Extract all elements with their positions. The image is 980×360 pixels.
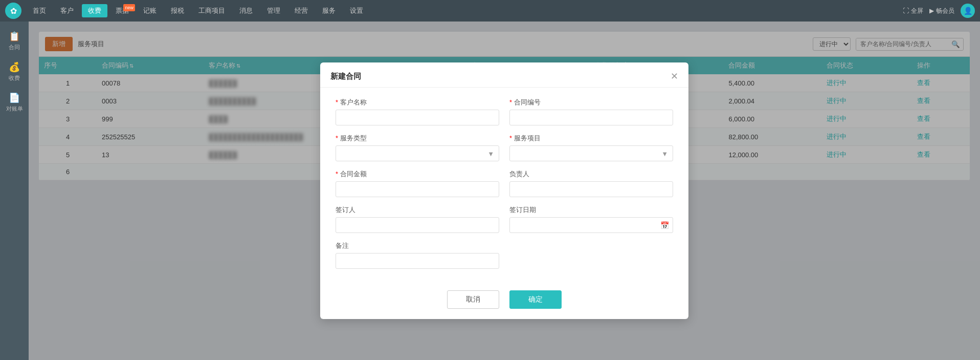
nav-accounting[interactable]: 记账 bbox=[137, 4, 163, 17]
form-row-1: 客户名称 合同编号 bbox=[336, 98, 673, 125]
sign-date-wrapper: 2023-06-06 📅 bbox=[509, 217, 673, 233]
cancel-button[interactable]: 取消 bbox=[447, 290, 499, 309]
service-item-select[interactable] bbox=[509, 145, 673, 161]
contract-no-input[interactable] bbox=[509, 110, 673, 125]
form-group-customer: 客户名称 bbox=[336, 98, 499, 125]
form-group-remark: 备注 bbox=[336, 241, 499, 269]
amount-input[interactable]: 0.00 bbox=[336, 181, 499, 197]
fullscreen-icon: ⛶ bbox=[903, 7, 909, 14]
responsible-input[interactable] bbox=[509, 181, 673, 197]
form-group-signatory: 签订人 bbox=[336, 205, 499, 233]
service-type-select[interactable] bbox=[336, 145, 499, 161]
nav-tax[interactable]: 报税 bbox=[165, 4, 190, 17]
modal-overlay[interactable]: 新建合同 ✕ 客户名称 合同编号 bbox=[29, 22, 980, 360]
confirm-button[interactable]: 确定 bbox=[509, 290, 562, 309]
form-row-2: 服务类型 ▼ 服务项目 ▼ bbox=[336, 134, 673, 161]
sidebar: 📋 合同 💰 收费 📄 对账单 bbox=[0, 22, 29, 360]
signatory-input[interactable] bbox=[336, 217, 499, 233]
top-nav: ✿ 首页 客户 收费 票据 new 记账 报税 工商项目 消息 管理 经营 服务… bbox=[0, 0, 980, 22]
contract-icon: 📋 bbox=[9, 31, 20, 42]
avatar[interactable]: 👤 bbox=[961, 4, 975, 18]
form-group-amount: 合同金额 0.00 bbox=[336, 170, 499, 197]
new-badge: new bbox=[123, 4, 135, 11]
nav-home[interactable]: 首页 bbox=[27, 4, 52, 17]
sign-date-input[interactable]: 2023-06-06 bbox=[509, 217, 673, 233]
billing-icon: 💰 bbox=[9, 61, 20, 73]
member-icon: ▶ bbox=[929, 7, 934, 14]
app-logo: ✿ bbox=[5, 3, 21, 19]
content-area: 新增 服务项目 进行中 已完成 已终止 🔍 序号 合同编码⇅ bbox=[29, 22, 980, 360]
nav-settings[interactable]: 设置 bbox=[344, 4, 369, 17]
form-row-5: 备注 bbox=[336, 241, 673, 269]
amount-label: 合同金额 bbox=[336, 170, 499, 179]
responsible-label: 负责人 bbox=[509, 170, 673, 179]
form-row-4: 签订人 签订日期 2023-06-06 📅 bbox=[336, 205, 673, 233]
form-group-service-item: 服务项目 ▼ bbox=[509, 134, 673, 161]
form-group-contract-no: 合同编号 bbox=[509, 98, 673, 125]
remark-input[interactable] bbox=[336, 253, 499, 269]
nav-invoice[interactable]: 收费 bbox=[82, 4, 107, 17]
signatory-label: 签订人 bbox=[336, 205, 499, 215]
remark-label: 备注 bbox=[336, 241, 499, 250]
form-row-3: 合同金额 0.00 负责人 bbox=[336, 170, 673, 197]
nav-customer[interactable]: 客户 bbox=[54, 4, 80, 17]
sign-date-label: 签订日期 bbox=[509, 205, 673, 215]
nav-operation[interactable]: 经营 bbox=[288, 4, 314, 17]
sidebar-item-contract[interactable]: 📋 合同 bbox=[2, 27, 27, 55]
contract-no-label: 合同编号 bbox=[509, 98, 673, 107]
service-item-select-wrapper: ▼ bbox=[509, 145, 673, 161]
service-type-select-wrapper: ▼ bbox=[336, 145, 499, 161]
new-contract-modal: 新建合同 ✕ 客户名称 合同编号 bbox=[320, 62, 688, 319]
modal-body: 客户名称 合同编号 服务类型 bbox=[320, 88, 688, 282]
nav-business[interactable]: 工商项目 bbox=[192, 4, 231, 17]
modal-header: 新建合同 ✕ bbox=[320, 62, 688, 88]
reconcile-icon: 📄 bbox=[9, 92, 20, 103]
nav-manage[interactable]: 管理 bbox=[261, 4, 286, 17]
customer-name-input[interactable] bbox=[336, 110, 499, 125]
main-layout: 📋 合同 💰 收费 📄 对账单 新增 服务项目 进行中 已完成 已终止 bbox=[0, 22, 980, 360]
form-group-sign-date: 签订日期 2023-06-06 📅 bbox=[509, 205, 673, 233]
member-button[interactable]: ▶ 畅会员 bbox=[929, 7, 954, 15]
fullscreen-button[interactable]: ⛶ 全屏 bbox=[903, 7, 923, 15]
nav-right: ⛶ 全屏 ▶ 畅会员 👤 bbox=[903, 4, 975, 18]
sidebar-item-contract-label: 合同 bbox=[9, 44, 20, 51]
sidebar-item-billing-label: 收费 bbox=[9, 74, 20, 82]
nav-ticket[interactable]: 票据 new bbox=[109, 4, 135, 17]
customer-name-label: 客户名称 bbox=[336, 98, 499, 107]
form-group-responsible: 负责人 bbox=[509, 170, 673, 197]
modal-title: 新建合同 bbox=[330, 72, 361, 81]
service-item-field-label: 服务项目 bbox=[509, 134, 673, 143]
nav-service[interactable]: 服务 bbox=[316, 4, 342, 17]
modal-close-button[interactable]: ✕ bbox=[671, 71, 678, 82]
modal-footer: 取消 确定 bbox=[320, 282, 688, 319]
nav-items: 首页 客户 收费 票据 new 记账 报税 工商项目 消息 管理 经营 服务 设… bbox=[27, 4, 903, 17]
sidebar-item-billing[interactable]: 💰 收费 bbox=[2, 57, 27, 86]
service-type-label: 服务类型 bbox=[336, 134, 499, 143]
form-group-service-type: 服务类型 ▼ bbox=[336, 134, 499, 161]
sidebar-item-reconcile[interactable]: 📄 对账单 bbox=[2, 88, 27, 117]
nav-message[interactable]: 消息 bbox=[233, 4, 259, 17]
sidebar-item-reconcile-label: 对账单 bbox=[6, 105, 23, 113]
